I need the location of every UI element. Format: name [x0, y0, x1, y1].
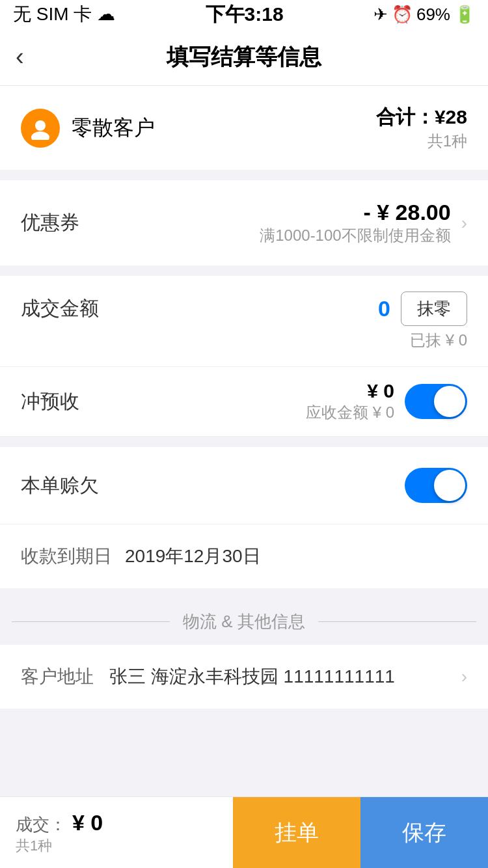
- total-amount: 合计：¥28: [376, 104, 467, 131]
- coupon-desc: 满1000-100不限制使用金额: [260, 225, 450, 246]
- address-value: 张三 海淀永丰科技园 11111111111: [109, 664, 395, 689]
- status-bar: 无 SIM 卡 ☁ 下午3:18 ✈ ⏰ 69% 🔋: [0, 0, 488, 29]
- avatar: [21, 109, 60, 148]
- customer-card: 零散客户 合计：¥28 共1种: [0, 86, 488, 170]
- customer-left: 零散客户: [21, 109, 155, 148]
- svg-point-1: [31, 131, 49, 140]
- chevron-right-icon: ›: [461, 213, 467, 234]
- advance-right: ¥ 0 应收金额 ¥ 0: [306, 380, 467, 423]
- customer-right: 合计：¥28 共1种: [376, 104, 467, 152]
- status-left: 无 SIM 卡 ☁: [13, 2, 115, 27]
- content-area: 零散客户 合计：¥28 共1种 优惠券 - ¥ 28.00 满1000-100不…: [0, 86, 488, 836]
- coupon-amount: - ¥ 28.00: [260, 200, 450, 225]
- back-button[interactable]: ‹: [16, 43, 24, 71]
- deal-label: 成交金额: [21, 295, 99, 322]
- due-date-row: 收款到期日 2019年12月30日: [0, 524, 488, 588]
- svg-point-0: [35, 120, 46, 131]
- location-icon: ✈: [373, 5, 388, 25]
- customer-name: 零散客户: [72, 114, 155, 142]
- bottom-deal-amount: ¥ 0: [72, 810, 103, 835]
- address-card[interactable]: 客户地址 张三 海淀永丰科技园 11111111111 ›: [0, 645, 488, 709]
- address-left: 客户地址 张三 海淀永丰科技园 11111111111: [21, 664, 395, 689]
- debt-toggle[interactable]: [405, 468, 467, 503]
- bottom-deal-label: 成交：: [16, 815, 66, 834]
- divider-line-right: [318, 621, 476, 622]
- debt-row: 本单赊欠: [0, 447, 488, 524]
- divider-line-left: [12, 621, 170, 622]
- advance-row: 冲预收 ¥ 0 应收金额 ¥ 0: [0, 367, 488, 437]
- page-title: 填写结算等信息: [167, 42, 321, 72]
- spacer: [0, 719, 488, 758]
- status-time: 下午3:18: [206, 1, 284, 28]
- bottom-deal-row: 成交： ¥ 0: [16, 810, 217, 836]
- save-button[interactable]: 保存: [360, 797, 488, 869]
- address-label: 客户地址: [21, 664, 94, 689]
- due-date-label: 收款到期日: [21, 544, 112, 569]
- deal-value[interactable]: 0: [378, 296, 390, 321]
- logistics-label: 物流 & 其他信息: [183, 610, 305, 633]
- transaction-card: 成交金额 0 抹零 已抹 ¥ 0 冲预收 ¥ 0 应收金额 ¥ 0: [0, 276, 488, 437]
- battery-level: 69%: [416, 5, 450, 25]
- advance-amount: ¥ 0: [306, 380, 394, 402]
- bottom-info: 成交： ¥ 0 共1种: [0, 810, 233, 856]
- advance-label: 冲预收: [21, 388, 79, 415]
- round-button[interactable]: 抹零: [401, 292, 467, 326]
- coupon-right: - ¥ 28.00 满1000-100不限制使用金额 ›: [260, 200, 467, 246]
- address-chevron-icon: ›: [461, 666, 467, 687]
- sim-status: 无 SIM 卡 ☁: [13, 2, 115, 27]
- advance-sub: 应收金额 ¥ 0: [306, 402, 394, 423]
- deal-amount-row: 成交金额 0 抹零 已抹 ¥ 0: [0, 276, 488, 367]
- logistics-divider: 物流 & 其他信息: [0, 599, 488, 645]
- coupon-row[interactable]: 优惠券 - ¥ 28.00 满1000-100不限制使用金额 ›: [0, 180, 488, 265]
- customer-row: 零散客户 合计：¥28 共1种: [0, 86, 488, 170]
- deal-sub: 已抹 ¥ 0: [21, 330, 467, 351]
- battery-icon: 🔋: [454, 5, 475, 25]
- alarm-icon: ⏰: [392, 5, 413, 25]
- deal-top: 成交金额 0 抹零: [21, 292, 467, 326]
- debt-label: 本单赊欠: [21, 472, 99, 499]
- bottom-bar: 成交： ¥ 0 共1种 挂单 保存: [0, 796, 488, 868]
- bottom-count: 共1种: [16, 836, 217, 856]
- coupon-label: 优惠券: [21, 210, 79, 236]
- due-date-value: 2019年12月30日: [125, 544, 261, 569]
- address-row[interactable]: 客户地址 张三 海淀永丰科技园 11111111111 ›: [0, 645, 488, 709]
- hangup-button[interactable]: 挂单: [233, 797, 360, 869]
- status-right: ✈ ⏰ 69% 🔋: [373, 5, 475, 25]
- coupon-card[interactable]: 优惠券 - ¥ 28.00 满1000-100不限制使用金额 ›: [0, 180, 488, 265]
- toggle-thumb: [434, 386, 465, 417]
- total-count: 共1种: [376, 131, 467, 152]
- nav-bar: ‹ 填写结算等信息: [0, 29, 488, 86]
- advance-toggle[interactable]: [405, 384, 467, 419]
- toggle-thumb-debt: [434, 470, 465, 501]
- debt-card: 本单赊欠 收款到期日 2019年12月30日: [0, 447, 488, 588]
